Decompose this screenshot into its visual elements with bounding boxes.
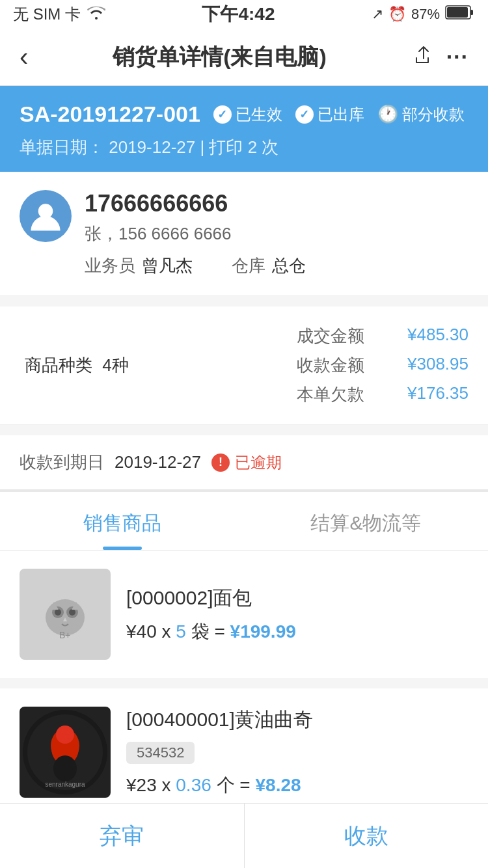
amount-value: ¥485.30: [390, 325, 468, 347]
due-date: 2019-12-27: [115, 452, 201, 472]
bottom-bar: 弃审 收款: [0, 803, 488, 868]
customer-info: 17666666666 张，156 6666 6666 业务员 曾凡杰 仓库 总…: [85, 190, 468, 277]
print-count: 2: [248, 137, 257, 157]
svg-point-14: [56, 726, 74, 744]
product-info-2: [000400001]黄油曲奇 534532 ¥23 x 0.36 个 = ¥8…: [126, 707, 468, 798]
svg-point-8: [69, 609, 75, 616]
svg-point-15: [53, 755, 77, 781]
battery-icon: [445, 5, 475, 23]
badge-effective: ✓ 已生效: [213, 104, 282, 125]
status-bar-time: 下午4:42: [202, 2, 275, 27]
received-value: ¥308.95: [390, 354, 468, 377]
customer-id: 17666666666: [85, 190, 468, 217]
product-total-2: ¥8.28: [255, 775, 301, 795]
product-qty-1: 5: [176, 621, 186, 642]
order-id-row: SA-20191227-001 ✓ 已生效 ✓ 已出库 🕐 部分收款: [20, 102, 468, 127]
print-label: | 打印: [200, 137, 243, 157]
header-banner: SA-20191227-001 ✓ 已生效 ✓ 已出库 🕐 部分收款 单据日期：…: [0, 86, 488, 172]
product-info-1: [0000002]面包 ¥40 x 5 袋 = ¥199.99: [126, 585, 468, 644]
overdue-dot-icon: !: [211, 454, 230, 472]
more-icon[interactable]: ···: [446, 44, 468, 70]
check-icon-2: ✓: [295, 105, 314, 124]
svg-text:senrankagura: senrankagura: [45, 781, 85, 788]
warehouse-label: 仓库: [232, 254, 265, 277]
badge-partial: 🕐 部分收款: [377, 104, 465, 125]
due-section: 收款到期日 2019-12-27 ! 已逾期: [0, 435, 488, 492]
product-sku-2: 534532: [126, 742, 195, 764]
list-item: B+ [0000002]面包 ¥40 x 5 袋 = ¥199.99: [0, 550, 488, 678]
amount-label: 成交金额: [297, 325, 364, 347]
summary-amounts: 成交金额 ¥485.30 收款金额 ¥308.95 本单欠款 ¥176.35: [297, 325, 468, 406]
nav-right: ···: [411, 44, 468, 71]
svg-text:B+: B+: [59, 630, 71, 640]
page-title: 销货单详情(来自电脑): [113, 42, 327, 72]
header-date-row: 单据日期： 2019-12-27 | 打印 2 次: [20, 136, 468, 159]
battery-label: 87%: [411, 6, 440, 23]
received-label: 收款金额: [297, 354, 364, 377]
product-qty-2: 0.36: [176, 775, 211, 795]
product-base-price-2: ¥23: [126, 775, 157, 795]
summary-section: 商品种类 4种 成交金额 ¥485.30 收款金额 ¥308.95 本单欠款 ¥…: [0, 306, 488, 425]
product-unit-1: 袋: [191, 621, 210, 642]
debt-value: ¥176.35: [390, 383, 468, 406]
order-date: 2019-12-27: [109, 137, 195, 157]
debt-label: 本单欠款: [297, 383, 364, 406]
alarm-icon: ⏰: [388, 6, 406, 23]
due-label: 收款到期日: [20, 451, 104, 474]
product-image-1: B+: [20, 569, 111, 660]
status-bar: 无 SIM 卡 下午4:42 ↗ ⏰ 87%: [0, 0, 488, 29]
product-image-2: senrankagura: [20, 707, 111, 798]
status-bar-right: ↗ ⏰ 87%: [372, 5, 475, 23]
amount-row: 成交金额 ¥485.30: [297, 325, 468, 347]
tabs-section: 销售商品 结算&物流等: [0, 492, 488, 550]
debt-row: 本单欠款 ¥176.35: [297, 383, 468, 406]
carrier-label: 无 SIM 卡: [13, 4, 81, 25]
tab-settlement[interactable]: 结算&物流等: [244, 492, 488, 550]
order-id: SA-20191227-001: [20, 102, 200, 127]
customer-name: 张，156 6666 6666: [85, 223, 468, 245]
warehouse-item: 仓库 总仓: [232, 254, 306, 277]
collect-payment-button[interactable]: 收款: [245, 804, 489, 868]
overdue-label: 已逾期: [235, 452, 282, 473]
product-type-row: 商品种类 4种: [20, 354, 297, 377]
customer-section: 17666666666 张，156 6666 6666 业务员 曾凡杰 仓库 总…: [0, 172, 488, 296]
product-total-1: ¥199.99: [230, 621, 296, 642]
product-type-label: 商品种类: [25, 355, 92, 375]
list-item: senrankagura [000400001]黄油曲奇 534532 ¥23 …: [0, 688, 488, 816]
svg-rect-2: [447, 7, 468, 18]
check-icon-1: ✓: [213, 105, 232, 124]
sales-name: 曾凡杰: [142, 254, 193, 277]
badge-shipped: ✓ 已出库: [295, 104, 364, 125]
abandon-review-button[interactable]: 弃审: [0, 804, 245, 868]
date-label: 单据日期：: [20, 137, 104, 157]
nav-left: ‹: [20, 42, 28, 72]
svg-point-7: [55, 609, 61, 616]
customer-meta: 业务员 曾凡杰 仓库 总仓: [85, 254, 468, 277]
product-base-price-1: ¥40: [126, 621, 157, 642]
status-bar-left: 无 SIM 卡: [13, 4, 105, 25]
warehouse-name: 总仓: [272, 254, 306, 277]
avatar-icon: [29, 200, 62, 232]
nav-bar: ‹ 销货单详情(来自电脑) ···: [0, 29, 488, 86]
sales-item: 业务员 曾凡杰: [85, 254, 193, 277]
print-suffix: 次: [262, 137, 278, 157]
back-button[interactable]: ‹: [20, 42, 28, 72]
svg-rect-1: [470, 10, 473, 15]
overdue-badge: ! 已逾期: [211, 452, 282, 473]
wifi-icon: [87, 5, 105, 23]
clock-icon: 🕐: [377, 104, 398, 124]
product-type-count: 4种: [102, 355, 128, 375]
tab-sales-products[interactable]: 销售商品: [0, 492, 244, 550]
received-row: 收款金额 ¥308.95: [297, 354, 468, 377]
product-price-1: ¥40 x 5 袋 = ¥199.99: [126, 619, 468, 644]
sales-label: 业务员: [85, 254, 135, 277]
product-price-2: ¥23 x 0.36 个 = ¥8.28: [126, 773, 468, 798]
share-icon[interactable]: [411, 44, 433, 71]
product-name-1: [0000002]面包: [126, 585, 468, 612]
product-unit-2: 个: [217, 775, 235, 795]
product-name-2: [000400001]黄油曲奇: [126, 707, 468, 733]
location-icon: ↗: [372, 6, 383, 23]
customer-avatar: [20, 190, 72, 242]
